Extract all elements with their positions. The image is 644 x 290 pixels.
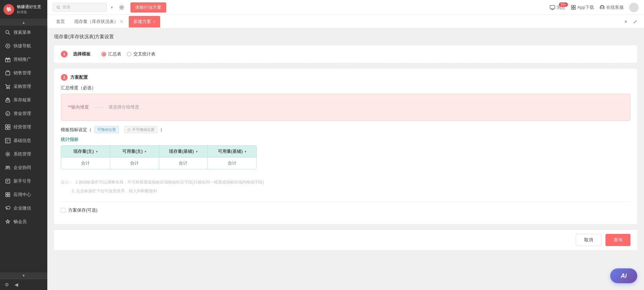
sidebar-item-shortcut[interactable]: 快捷导航 [0, 39, 47, 53]
nav-label-system: 系统管理 [14, 151, 31, 157]
dimension-area[interactable]: **纵向维度 —— 请选择分组维度 [61, 94, 630, 121]
nav-menu: 搜索菜单 快捷导航 营销推广 销售管理 采购管理 [0, 26, 47, 272]
search-bar[interactable]: 搜索 [53, 3, 107, 12]
settings-icon[interactable]: ⚙ [5, 282, 9, 287]
svg-rect-15 [5, 125, 7, 127]
scroll-down-btn[interactable]: ▼ [0, 272, 47, 279]
svg-rect-16 [8, 125, 10, 127]
sidebar-item-operations[interactable]: 经营管理 [0, 120, 47, 134]
indicator-settings: 模板指标设定（ 可拖动位置 不可拖动位置 ） 统计指标 [61, 126, 630, 169]
tab-bar: 首页 现存量（库存状况表） × 新建方案 × × ⤢ [47, 15, 644, 28]
tab-home[interactable]: 首页 [53, 16, 68, 27]
svg-rect-37 [574, 5, 575, 7]
radio-summary-label: 汇总表 [108, 51, 121, 57]
radio-cross[interactable]: 交叉统计表 [127, 51, 155, 57]
scroll-up-btn[interactable]: ▲ [0, 19, 47, 26]
nav-label-weixin: 企业微信 [14, 205, 31, 211]
nav-label-sales: 销售管理 [14, 70, 31, 76]
step2-section: 2 方案配置 汇总维度（必选） **纵向维度 —— 请选择分组维度 [54, 69, 637, 224]
appstore-icon [5, 192, 11, 198]
query-button[interactable]: 查询 [605, 234, 630, 246]
sidebar-item-weixin[interactable]: 企业微信 [0, 201, 47, 215]
nav-label-marketing: 营销推广 [14, 56, 31, 63]
operations-icon [5, 124, 11, 130]
trial-button[interactable]: 体验行业方案 [130, 2, 166, 13]
stats-col-1[interactable]: 可用量(主) ▾ [110, 146, 159, 157]
save-checkbox-row[interactable]: 方案保存(可选) [61, 201, 630, 219]
tab-inventory-close-btn[interactable]: × [120, 19, 123, 24]
stats-col-1-label: 可用量(主) [122, 148, 143, 154]
expand-window-btn[interactable]: ⤢ [632, 18, 639, 25]
indicator-label-row: 模板指标设定（ 可拖动位置 不可拖动位置 ） [61, 126, 630, 133]
nav-label-finance: 资金管理 [14, 111, 31, 117]
svg-rect-7 [6, 72, 10, 75]
stats-col-2-label: 现存量(基辅) [169, 148, 194, 154]
svg-rect-30 [6, 195, 7, 197]
save-checkbox[interactable] [61, 208, 66, 213]
stats-table: 现存量(主) ▾ 可用量(主) ▾ 现存量(基辅) ▾ [61, 145, 257, 169]
nav-label-appstore: 应用中心 [14, 192, 31, 198]
purchase-icon [5, 83, 11, 90]
gear-button[interactable] [117, 3, 126, 12]
ai-float-button[interactable]: Ai [610, 268, 637, 283]
dimension-section-label: 汇总维度（必选） [61, 85, 630, 91]
nav-dropdown[interactable]: ▾ [111, 5, 113, 10]
tab-new-scheme-label: 新建方案 [133, 19, 151, 25]
stats-header-row: 现存量(主) ▾ 可用量(主) ▾ 现存量(基辅) ▾ [61, 146, 256, 157]
sidebar-item-appstore[interactable]: 应用中心 [0, 188, 47, 201]
sidebar-item-search[interactable]: 搜索菜单 [0, 26, 47, 39]
weixin-icon [5, 205, 11, 211]
sidebar-item-enterprise[interactable]: 企业协同 [0, 161, 47, 174]
radio-summary[interactable]: 汇总表 [101, 51, 121, 57]
header-right: 消息 99+ App下载 在线客服 [550, 3, 639, 12]
tips-item-1-row: 2. 点击标题栏下拉可设置排序、插入列和删除列 [61, 188, 630, 195]
sidebar-item-purchase[interactable]: 采购管理 [0, 80, 47, 93]
svg-rect-10 [6, 100, 10, 102]
sidebar-item-system[interactable]: 系统管理 [0, 147, 47, 161]
sound-icon[interactable]: ◀ [15, 282, 18, 287]
tips-title: 提示： 1.拖动标题栏可以调整布局，不可跨维度或指标区域拖动枉目字段(只能在同一… [61, 179, 630, 186]
newguide-icon [5, 178, 11, 184]
stats-col-3[interactable]: 可用量(基辅) ▾ [208, 146, 256, 157]
system-icon [5, 151, 11, 157]
close-window-btn[interactable]: × [622, 18, 629, 25]
sidebar-item-finance[interactable]: ¥ 资金管理 [0, 107, 47, 120]
tab-new-scheme[interactable]: 新建方案 × [129, 16, 160, 27]
app-logo: 畅 畅赚通好生意 标准版 [0, 0, 47, 19]
chevron-down-2: ▾ [196, 150, 198, 153]
cancel-button[interactable]: 取消 [576, 234, 601, 246]
radio-cross-circle [127, 52, 131, 56]
nav-label-enterprise: 企业协同 [14, 165, 31, 171]
nav-label-search: 搜索菜单 [14, 29, 31, 35]
dim-placeholder: 请选择分组维度 [108, 104, 139, 110]
stats-col-2[interactable]: 现存量(基辅) ▾ [159, 146, 208, 157]
stats-col-0[interactable]: 现存量(主) ▾ [61, 146, 110, 157]
content-area: 现存量(库存状况表)方案设置 1 选择模板 汇总表 交叉统计表 [47, 28, 644, 290]
message-icon [550, 5, 555, 10]
search-small-icon [56, 5, 60, 9]
stats-data-row-0: 合计 合计 合计 合计 [61, 157, 256, 169]
tab-new-scheme-close-btn[interactable]: × [153, 19, 155, 24]
app-download-btn[interactable]: App下载 [571, 4, 594, 10]
stats-col-3-label: 可用量(基辅) [218, 148, 243, 154]
app-download-label: App下载 [577, 4, 594, 10]
tab-inventory-status[interactable]: 现存量（库存状况表） × [70, 16, 127, 27]
sidebar-item-newguide[interactable]: 新手引导 [0, 174, 47, 188]
online-service-btn[interactable]: 在线客服 [599, 4, 624, 10]
tab-home-label: 首页 [56, 19, 65, 25]
tips-item-1: 2. 点击标题栏下拉可设置排序、插入列和删除列 [72, 189, 157, 193]
stats-section: 统计指标 现存量(主) ▾ 可用量(主) ▾ [61, 137, 630, 169]
sidebar-item-inventory[interactable]: 库存核算 [0, 93, 47, 107]
chevron-down-0: ▾ [96, 150, 98, 153]
svg-rect-29 [8, 193, 10, 194]
messages-btn[interactable]: 消息 99+ [550, 4, 565, 10]
sidebar-item-marketing[interactable]: 营销推广 [0, 53, 47, 66]
user-avatar[interactable] [629, 3, 639, 12]
svg-point-24 [8, 166, 10, 168]
sidebar-item-member[interactable]: 畅会员 [0, 215, 47, 228]
sidebar-item-sales[interactable]: 销售管理 [0, 66, 47, 80]
svg-line-41 [128, 129, 130, 130]
sidebar-item-basic[interactable]: 基础信息 [0, 134, 47, 147]
step1-row: 1 选择模板 汇总表 交叉统计表 [54, 45, 637, 63]
dim-required-mark: **纵向维度 [68, 104, 89, 110]
